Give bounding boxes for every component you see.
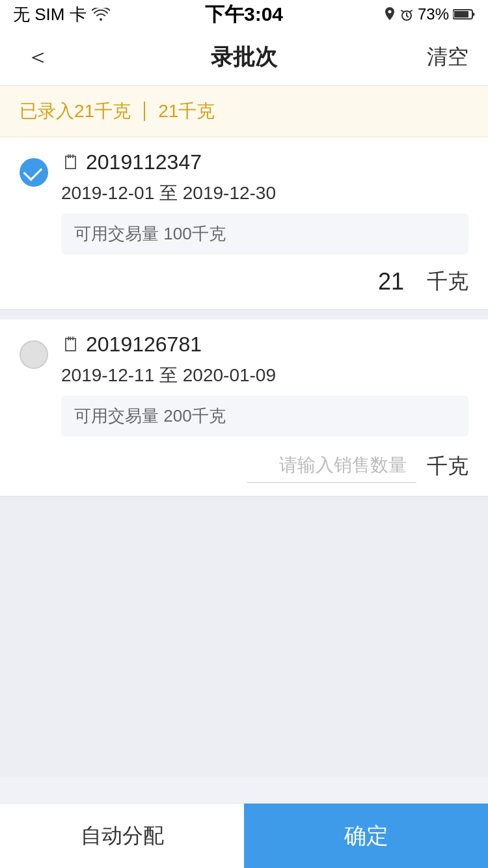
svg-rect-2 — [454, 11, 468, 18]
summary-value: 21千克 — [158, 99, 215, 124]
no-sim-text: 无 SIM 卡 — [13, 3, 87, 26]
auto-distribute-button[interactable]: 自动分配 — [0, 804, 244, 868]
section-separator — [0, 310, 488, 319]
alarm-icon — [400, 7, 414, 21]
summary-divider — [144, 102, 145, 121]
batch-row-2: 🗒 2019126781 2019-12-11 至 2020-01-09 可用交… — [0, 319, 488, 437]
qty-input-line-2 — [247, 482, 416, 483]
batch-id-icon-2: 🗒 — [61, 334, 81, 356]
batch-checkbox-2[interactable] — [20, 340, 48, 369]
status-left: 无 SIM 卡 — [13, 3, 110, 26]
quantity-unit-2: 千克 — [427, 452, 468, 481]
summary-entered-label: 已录入21千克 — [20, 99, 131, 124]
batch-id-row-2: 🗒 2019126781 — [61, 332, 468, 357]
status-bar: 无 SIM 卡 下午3:04 73% — [0, 0, 488, 29]
quantity-row-1: 千克 — [0, 254, 488, 310]
batch-info-2: 🗒 2019126781 2019-12-11 至 2020-01-09 可用交… — [61, 332, 468, 437]
quantity-row-2: 千克 — [0, 437, 488, 497]
clear-button[interactable]: 清空 — [427, 43, 468, 72]
location-icon — [384, 7, 396, 21]
quantity-input-2[interactable] — [208, 450, 416, 477]
status-time: 下午3:04 — [205, 1, 283, 28]
page-title: 录批次 — [211, 42, 277, 72]
batch-id-text-2: 2019126781 — [86, 332, 202, 357]
batch-date-2: 2019-12-11 至 2020-01-09 — [61, 363, 468, 388]
summary-bar: 已录入21千克 21千克 — [0, 86, 488, 137]
empty-area — [0, 497, 488, 777]
batch-card-1: 🗒 2019112347 2019-12-01 至 2019-12-30 可用交… — [0, 137, 488, 310]
battery-icon — [453, 8, 475, 20]
batch-date-1: 2019-12-01 至 2019-12-30 — [61, 181, 468, 206]
batch-info-1: 🗒 2019112347 2019-12-01 至 2019-12-30 可用交… — [61, 150, 468, 254]
back-button[interactable]: ＜ — [20, 34, 56, 79]
bottom-bar: 自动分配 确定 — [0, 803, 488, 868]
batch-available-2: 可用交易量 200千克 — [61, 396, 468, 437]
quantity-unit-1: 千克 — [427, 267, 468, 296]
nav-bar: ＜ 录批次 清空 — [0, 29, 488, 86]
batch-id-text-1: 2019112347 — [86, 150, 202, 174]
battery-text: 73% — [418, 5, 449, 23]
qty-input-wrapper-2 — [208, 450, 416, 483]
wifi-icon — [92, 8, 110, 21]
batch-id-row-1: 🗒 2019112347 — [61, 150, 468, 174]
status-right: 73% — [384, 5, 475, 23]
batch-available-1: 可用交易量 100千克 — [61, 213, 468, 254]
confirm-button[interactable]: 确定 — [244, 804, 488, 868]
batch-row-1: 🗒 2019112347 2019-12-01 至 2019-12-30 可用交… — [0, 137, 488, 254]
quantity-input-1[interactable] — [122, 268, 414, 295]
batch-card-2: 🗒 2019126781 2019-12-11 至 2020-01-09 可用交… — [0, 319, 488, 497]
batch-checkbox-1[interactable] — [20, 158, 48, 187]
batch-id-icon-1: 🗒 — [61, 152, 81, 174]
